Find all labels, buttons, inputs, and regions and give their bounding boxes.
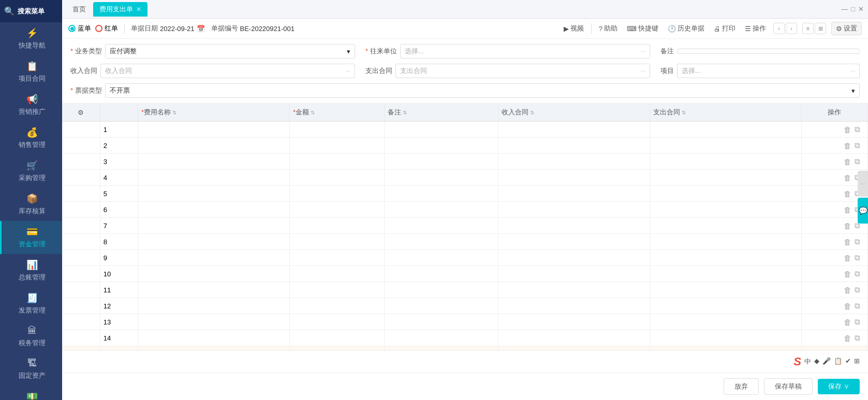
note-input[interactable] [677,49,860,54]
tab-expense-close[interactable]: ✕ [136,6,141,13]
row-note-13[interactable] [385,314,498,330]
row-expense-2[interactable] [650,138,801,154]
row-delete-13[interactable]: 🗑 [844,318,851,327]
row-expense-5[interactable] [650,186,801,202]
row-income-1[interactable] [498,122,650,138]
row-amount-11[interactable] [289,282,384,298]
brand-icon-1[interactable]: 中 [804,357,811,366]
print-btn[interactable]: 🖨 打印 [712,23,738,34]
row-note-4[interactable] [385,170,498,186]
row-amount-12[interactable] [289,298,384,314]
row-copy-2[interactable]: ⧉ [855,141,860,150]
row-note-3[interactable] [385,154,498,170]
row-amount-4[interactable] [289,170,384,186]
row-name-10[interactable] [138,266,289,282]
row-income-14[interactable] [498,330,650,346]
row-note-11[interactable] [385,282,498,298]
row-delete-8[interactable]: 🗑 [844,238,851,246]
row-note-8[interactable] [385,234,498,250]
business-type-select[interactable]: 应付调整 ▾ [105,44,355,58]
row-delete-1[interactable]: 🗑 [844,125,851,134]
row-expense-13[interactable] [650,314,801,330]
row-income-6[interactable] [498,202,650,218]
row-expense-10[interactable] [650,266,801,282]
row-expense-8[interactable] [650,234,801,250]
row-copy-14[interactable]: ⧉ [855,333,860,343]
shortcut-btn[interactable]: ⌨ 快捷键 [625,23,660,34]
settings-btn[interactable]: ⚙ 设置 [831,22,862,35]
sidebar-item-tax[interactable]: 🏛税务管理 [0,320,62,353]
discard-button[interactable]: 放弃 [724,378,759,395]
date-value[interactable]: 2022-09-21 [160,25,195,33]
row-copy-13[interactable]: ⧉ [855,317,860,327]
expense-contract-more[interactable]: ··· [641,68,645,74]
row-name-14[interactable] [138,330,289,346]
project-more[interactable]: ··· [850,68,855,74]
red-radio-label[interactable]: 红单 [95,24,118,33]
sidebar-item-marketing[interactable]: 📢营销推广 [0,88,62,122]
row-delete-4[interactable]: 🗑 [844,173,851,182]
minimize-icon[interactable]: — [841,5,848,13]
row-copy-3[interactable]: ⧉ [855,157,860,166]
row-name-6[interactable] [138,202,289,218]
row-note-2[interactable] [385,138,498,154]
brand-icon-3[interactable]: 🎤 [822,357,831,366]
row-income-2[interactable] [498,138,650,154]
row-name-12[interactable] [138,298,289,314]
sidebar-item-invoice[interactable]: 🧾发票管理 [0,287,62,320]
row-delete-5[interactable]: 🗑 [844,189,851,198]
row-amount-3[interactable] [289,154,384,170]
expense-contract-input[interactable]: 支出合同 ··· [395,64,650,78]
sidebar-item-project-contract[interactable]: 📋项目合同 [0,55,62,88]
row-amount-1[interactable] [289,122,384,138]
income-contract-input[interactable]: 收入合同 ··· [100,64,355,78]
row-name-5[interactable] [138,186,289,202]
brand-icon-6[interactable]: ⊞ [854,357,860,366]
close-icon[interactable]: ✕ [858,5,864,13]
row-income-13[interactable] [498,314,650,330]
row-amount-5[interactable] [289,186,384,202]
row-copy-10[interactable]: ⧉ [855,269,860,278]
save-draft-button[interactable]: 保存草稿 [764,378,813,395]
row-amount-13[interactable] [289,314,384,330]
row-name-4[interactable] [138,170,289,186]
row-name-9[interactable] [138,250,289,266]
brand-icon-2[interactable]: ◆ [814,357,819,366]
row-delete-2[interactable]: 🗑 [844,141,851,150]
right-panel-btn-1[interactable]: ⋮ [858,171,868,197]
calendar-icon[interactable]: 📅 [197,25,205,33]
doc-number-value[interactable]: BE-20220921-001 [240,25,295,33]
sidebar-item-quick-nav[interactable]: ⚡快捷导航 [0,22,62,55]
sidebar-item-purchase[interactable]: 🛒采购管理 [0,155,62,188]
grid-view-btn[interactable]: ⊞ [815,23,826,34]
history-btn[interactable]: 🕐 历史单据 [666,23,707,34]
counterpart-input[interactable]: 选择... ··· [400,44,650,58]
row-income-8[interactable] [498,234,650,250]
row-delete-11[interactable]: 🗑 [844,286,851,294]
row-income-7[interactable] [498,218,650,234]
row-note-14[interactable] [385,330,498,346]
row-income-12[interactable] [498,298,650,314]
blue-radio-label[interactable]: 蓝单 [68,24,91,33]
row-name-2[interactable] [138,138,289,154]
row-name-8[interactable] [138,234,289,250]
maximize-icon[interactable]: □ [851,5,855,13]
list-view-btn[interactable]: ≡ [802,23,814,34]
brand-icon-5[interactable]: ✔ [845,357,851,366]
row-copy-8[interactable]: ⧉ [855,237,860,246]
row-delete-14[interactable]: 🗑 [844,334,851,343]
row-income-5[interactable] [498,186,650,202]
invoice-type-select[interactable]: 不开票 ▾ [105,83,860,98]
row-amount-6[interactable] [289,202,384,218]
sidebar-item-accounting[interactable]: 📊总账管理 [0,254,62,287]
row-expense-1[interactable] [650,122,801,138]
row-amount-9[interactable] [289,250,384,266]
row-copy-1[interactable]: ⧉ [855,125,860,134]
operations-btn[interactable]: ☰ 操作 [743,23,768,34]
sidebar-item-salary[interactable]: 💵工资 [0,386,62,400]
row-income-9[interactable] [498,250,650,266]
row-income-11[interactable] [498,282,650,298]
row-name-3[interactable] [138,154,289,170]
row-note-5[interactable] [385,186,498,202]
row-delete-3[interactable]: 🗑 [844,157,851,166]
